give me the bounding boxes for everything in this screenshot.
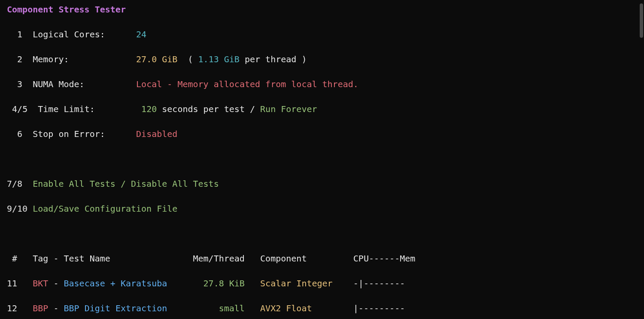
test-bar: -|-------- <box>353 278 405 289</box>
test-name: BBP Digit Extraction <box>64 303 193 313</box>
test-component: AVX2 Float <box>260 303 353 313</box>
test-mem: 27.8 KiB <box>193 278 245 289</box>
app-title: Component Stress Tester <box>7 4 126 15</box>
setting-value: Disabled <box>136 129 177 139</box>
scrollbar-thumb[interactable] <box>640 3 643 38</box>
setting-label: NUMA Mode: <box>33 79 136 89</box>
setting-label: Stop on Error: <box>33 129 136 139</box>
terminal-screen: Component Stress Tester 1 Logical Cores:… <box>0 0 644 319</box>
action-num: 9/10 <box>7 204 27 214</box>
setting-row-4/5[interactable]: 4/5 Time Limit: 120 seconds per test / R… <box>7 103 637 115</box>
setting-row-1[interactable]: 1 Logical Cores: 24 <box>7 28 637 41</box>
test-row-BBP[interactable]: 12 BBP - BBP Digit Extraction small AVX2… <box>7 302 637 315</box>
setting-value: 27.0 GiB <box>136 54 177 64</box>
action-text: Enable All Tests / Disable All Tests <box>33 179 219 189</box>
setting-label: Memory: <box>33 54 136 64</box>
test-row-BKT[interactable]: 11 BKT - Basecase + Karatsuba 27.8 KiB S… <box>7 277 637 290</box>
test-component: Scalar Integer <box>260 278 353 289</box>
setting-label: Logical Cores: <box>33 29 136 39</box>
setting-value: Local - Memory allocated from local thre… <box>136 79 358 89</box>
action-num: 7/8 <box>7 179 27 189</box>
test-num: 11 <box>7 278 17 289</box>
setting-row-6[interactable]: 6 Stop on Error: Disabled <box>7 128 637 140</box>
setting-label: Time Limit: <box>38 104 141 114</box>
action-row-9/10[interactable]: 9/10 Load/Save Configuration File <box>7 203 637 215</box>
setting-num: 6 <box>12 129 22 139</box>
setting-num: 4/5 <box>12 104 27 114</box>
test-bar: |--------- <box>353 303 405 313</box>
test-mem: small <box>193 303 245 313</box>
table-header: # Tag - Test Name Mem/Thread Component C… <box>7 252 637 265</box>
setting-value: 24 <box>136 29 146 39</box>
setting-row-3[interactable]: 3 NUMA Mode: Local - Memory allocated fr… <box>7 78 637 91</box>
test-name: Basecase + Karatsuba <box>64 278 193 289</box>
setting-value: 120 <box>141 104 157 114</box>
action-row-7/8[interactable]: 7/8 Enable All Tests / Disable All Tests <box>7 178 637 190</box>
test-tag: BBP <box>33 303 48 313</box>
setting-num: 1 <box>12 29 22 39</box>
action-text: Load/Save Configuration File <box>33 204 177 214</box>
setting-num: 2 <box>12 54 22 64</box>
test-num: 12 <box>7 303 17 313</box>
setting-row-2[interactable]: 2 Memory: 27.0 GiB ( 1.13 GiB per thread… <box>7 53 637 66</box>
test-tag: BKT <box>33 278 48 289</box>
setting-num: 3 <box>12 79 22 89</box>
